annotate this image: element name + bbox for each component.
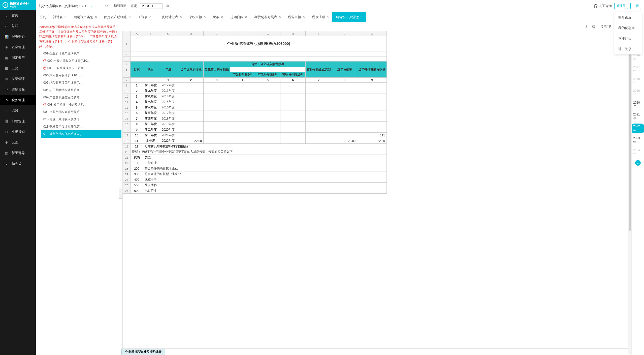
nav-label: 总账 (12, 24, 18, 28)
home-icon: ⌂ (5, 13, 9, 17)
tab[interactable]: 税表清册 ✕ (308, 12, 332, 22)
close-icon[interactable]: ✕ (128, 15, 131, 19)
close-icon[interactable]: ✕ (245, 15, 247, 19)
form-item[interactable]: 012-减免所得税优惠明细表(... (41, 130, 121, 138)
year-item: 2024年 (632, 147, 644, 157)
nav-guide[interactable]: ◫ 新手引导 (0, 148, 36, 158)
form-item[interactable]: 009-企业所得税弥补亏损明... (41, 108, 121, 116)
logo-icon: ↓ (3, 2, 8, 8)
role-supervisor-button[interactable]: 主管 (630, 3, 641, 9)
role-admin-button[interactable]: 管理员 (614, 3, 628, 9)
stock-icon: ⇄ (5, 87, 9, 92)
nav-label: 资金管理 (12, 45, 25, 49)
form-item[interactable]: 006-职工薪酬纳税调整明细... (41, 86, 121, 94)
scrollbar[interactable] (628, 46, 631, 354)
year-item[interactable]: 2023年 (632, 135, 644, 145)
tax-icon: ✿ (5, 98, 9, 102)
tab[interactable]: 发票 ✕ (209, 12, 227, 22)
form-item[interactable]: 007-广告费和业务宣传费跨... (41, 94, 121, 101)
nav-label: 小畅报销 (12, 130, 25, 134)
form-item[interactable]: 011-研发费用加计扣除优惠... (41, 123, 121, 130)
topbar: 刘小艳演示账套（勿删勿动！）1 ⌄ ＋ ⚙ 切到旧版 账期 🗓 🎧 人工咨询 管… (36, 0, 644, 12)
account-dropdown-icon[interactable]: ⌄ (89, 3, 94, 9)
close-icon[interactable]: ✕ (180, 15, 182, 19)
close-icon[interactable]: ✕ (279, 15, 281, 19)
warning-text: 2019年度涉及取以前年度结转数据的申报表单元格需要手工维护正确，才能保证本年及… (36, 22, 121, 50)
tab[interactable]: 进销台账 ✕ (227, 12, 251, 22)
tab[interactable]: 税务申报 ✕ (284, 12, 308, 22)
dropdown-item[interactable]: 退出登录 (614, 44, 642, 54)
tab[interactable]: 个税申报 ✕ (185, 12, 209, 22)
calendar-icon[interactable]: 🗓 (165, 3, 170, 9)
form-item[interactable]: ? 003-一般企业成本支出明细... (41, 65, 121, 72)
close-icon[interactable]: ✕ (360, 15, 363, 19)
form-item[interactable]: 010-免税、减计收入及加计... (41, 116, 121, 123)
dropdown-item[interactable]: 立即购买 (614, 33, 642, 44)
close-icon[interactable]: ✕ (303, 15, 305, 19)
nav-invoice[interactable]: ⊞ 发票管理 (0, 74, 36, 84)
dropdown-item[interactable]: 我的优惠券 (614, 23, 642, 33)
nav-chart[interactable]: 📊 报表中心 (0, 31, 36, 42)
tab[interactable]: 固定资产类别 ✕ (70, 12, 101, 22)
nav-label: 结账 (12, 108, 18, 113)
add-icon[interactable]: ＋ (96, 3, 102, 9)
nav-tax[interactable]: ✿ 税务管理 (0, 95, 36, 105)
form-item[interactable]: ? 008-资产折旧、摊销及纳税... (41, 101, 121, 108)
year-item[interactable]: 2022年 (632, 124, 644, 133)
nav-stock[interactable]: ⇄ 进销台账 (0, 84, 36, 95)
nav-ledger[interactable]: ▭ 总账 (0, 21, 36, 31)
sheet-tab-bar: 企业所得税弥补亏损明细表 (121, 348, 631, 355)
spreadsheet[interactable]: ABCDEFGHIJK1企业所得税弥补亏损明细表(A106000)234行次项目… (122, 31, 631, 348)
nav-xc[interactable]: C 小畅报销 (0, 127, 36, 137)
nav-vip[interactable]: V 畅会员 (0, 158, 36, 169)
account-name[interactable]: 刘小艳演示账套（勿删勿动！）1 (39, 4, 86, 8)
year-item[interactable]: 2020年 (632, 100, 644, 110)
question-icon: ? (43, 59, 46, 62)
tab[interactable]: 首页 (36, 12, 49, 22)
year-item: 2018年 (632, 76, 644, 86)
dropdown-item[interactable]: 账号设置 (614, 12, 642, 23)
nav-gear[interactable]: ⚙ 设置 (0, 137, 36, 148)
close-icon[interactable]: ✕ (149, 15, 151, 19)
close-icon[interactable]: ✕ (95, 15, 97, 19)
tab[interactable]: 所得税汇算清缴 ✕ (332, 12, 366, 22)
tab[interactable]: 固定资产明细账 ✕ (101, 12, 134, 22)
tab[interactable]: 衬计表 ✕ (49, 12, 70, 22)
nav-label: 首页 (12, 13, 18, 18)
sheet-tab[interactable]: 企业所得税弥补亏损明细表 (121, 349, 165, 355)
download-button[interactable]: ⇩下载 (585, 24, 595, 29)
close-icon[interactable]: ✕ (204, 15, 206, 19)
nav-asset[interactable]: ▦ 固定资产 (0, 52, 36, 63)
nav-fund[interactable]: ⊕ 资金管理 (0, 42, 36, 52)
nav-label: 报表中心 (12, 34, 25, 39)
nav-home[interactable]: ⌂ 首页 (0, 10, 36, 21)
collapse-handle[interactable]: ‹‹ (119, 189, 122, 199)
close-icon[interactable]: ✕ (327, 15, 329, 19)
close-icon[interactable]: ✕ (64, 15, 67, 19)
tab[interactable]: 工资统计报表 ✕ (155, 12, 185, 22)
vip-icon: V (5, 162, 9, 166)
customer-service-link[interactable]: 🎧 人工咨询 (594, 4, 612, 8)
tab[interactable]: 工资表 ✕ (134, 12, 155, 22)
nav-label: 工资 (12, 66, 18, 71)
form-item[interactable]: ? 002-一般企业收入明细表(A10... (41, 57, 121, 65)
guide-icon: ◫ (5, 151, 9, 155)
settings-icon[interactable]: ⚙ (104, 3, 109, 9)
form-item[interactable]: 005-纳税调整项目明细表(A... (41, 79, 121, 86)
period-input[interactable] (140, 3, 163, 9)
nav-salary[interactable]: ☰ 工资 (0, 63, 36, 74)
logo: ↓ 畅捷通好会计 专业版 (0, 0, 36, 10)
form-item[interactable]: 001-企业所得税年度纳税申... (41, 50, 121, 57)
nav-close[interactable]: ✓ 结账 (0, 105, 36, 116)
nav-label: 新手引导 (12, 151, 25, 155)
nav-archive[interactable]: 🗄 归档管理 (0, 116, 36, 127)
switch-old-button[interactable]: 切到旧版 (112, 3, 128, 9)
ledger-icon: ▭ (5, 24, 9, 28)
gear-icon: ⚙ (5, 140, 9, 144)
tab[interactable]: 存货别名对照表 ✕ (251, 12, 284, 22)
year-item[interactable]: 2021年 (632, 112, 644, 122)
year-toggle[interactable]: ⌄ (635, 160, 641, 166)
form-item[interactable]: 004-期间费用明细表(A1040... (41, 72, 121, 79)
close-icon[interactable]: ✕ (221, 15, 223, 19)
print-button[interactable]: 🖨打印 (600, 24, 611, 29)
